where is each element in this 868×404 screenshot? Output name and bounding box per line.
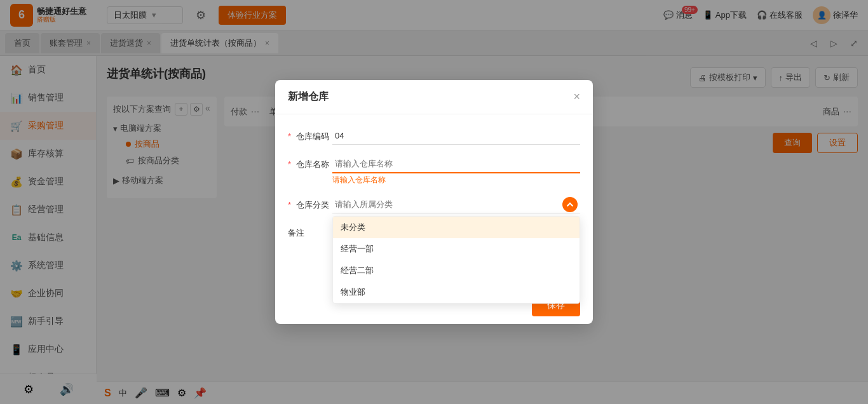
category-dropdown: 未分类 经营一部 经营二部 物业部 [332, 216, 580, 304]
category-field: * 仓库分类 未分类 经营一部 经营二部 物业部 [288, 196, 580, 213]
category-arrow-button[interactable] [562, 197, 578, 212]
modal-title: 新增仓库 [288, 90, 329, 104]
name-input[interactable] [332, 155, 580, 173]
name-field: * 仓库名称 请输入仓库名称 [288, 155, 580, 185]
dropdown-item-property[interactable]: 物业部 [333, 281, 580, 303]
category-required: * [288, 200, 291, 210]
category-select-wrap: 未分类 经营一部 经营二部 物业部 [332, 196, 580, 213]
name-error-msg: 请输入仓库名称 [332, 175, 580, 185]
modal-close-button[interactable]: × [573, 90, 580, 104]
dropdown-item-unclassified[interactable]: 未分类 [333, 217, 580, 238]
name-input-wrap: 请输入仓库名称 [332, 155, 580, 185]
new-warehouse-modal: 新增仓库 × * 仓库编码 * 仓库名称 [275, 80, 593, 324]
code-input[interactable] [332, 127, 580, 145]
modal-overlay: 新增仓库 × * 仓库编码 * 仓库名称 [0, 0, 868, 404]
category-input[interactable] [332, 196, 580, 213]
category-label: * 仓库分类 [288, 196, 332, 211]
note-label: 备注 [288, 224, 332, 239]
code-required: * [288, 131, 291, 141]
dropdown-item-dept1[interactable]: 经营一部 [333, 238, 580, 260]
chevron-up-icon [566, 201, 574, 208]
name-required: * [288, 159, 291, 169]
code-field: * 仓库编码 [288, 127, 580, 145]
code-label: * 仓库编码 [288, 127, 332, 142]
name-label: * 仓库名称 [288, 155, 332, 170]
code-input-wrap [332, 127, 580, 145]
modal-header: 新增仓库 × [275, 80, 593, 114]
dropdown-item-dept2[interactable]: 经营二部 [333, 260, 580, 281]
modal-body: * 仓库编码 * 仓库名称 请输入仓库名称 [275, 114, 593, 287]
